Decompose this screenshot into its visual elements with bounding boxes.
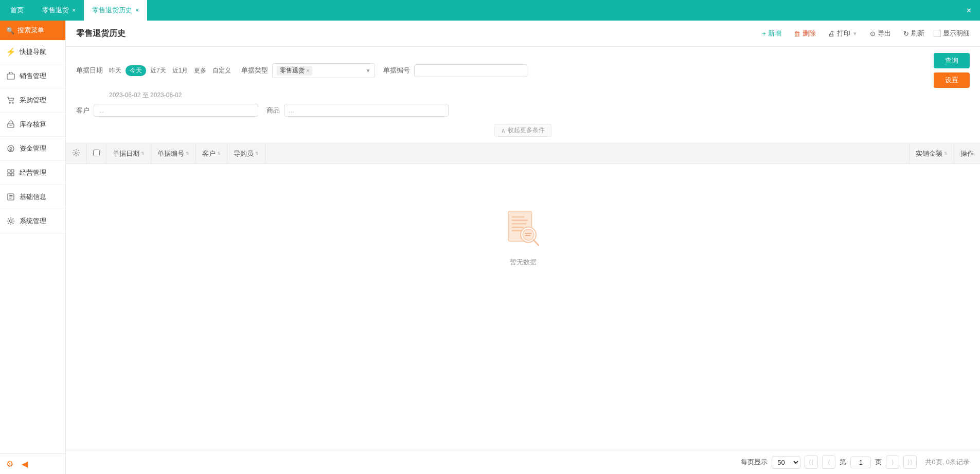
delete-label: 删除 — [803, 29, 816, 38]
collapse-label: 收起更多条件 — [508, 126, 545, 135]
show-detail-toggle[interactable]: 显示明细 — [934, 29, 970, 38]
date-opt-1month[interactable]: 近1月 — [170, 65, 190, 76]
date-opt-custom[interactable]: 自定义 — [210, 65, 233, 76]
operations-icon — [6, 168, 15, 177]
date-filter-group: 单据日期 昨天 今天 近7天 近1月 更多 自定义 — [76, 65, 233, 76]
show-detail-label: 显示明细 — [943, 29, 970, 38]
th-customer[interactable]: 客户 ⇅ — [196, 143, 227, 164]
empty-state: 暂无数据 — [66, 164, 980, 287]
collapse-icon: ∧ — [501, 127, 506, 134]
voucher-type-select[interactable]: 零售退货 × ▼ — [272, 63, 375, 78]
th-checkbox[interactable] — [87, 143, 106, 164]
print-icon: 🖨 — [828, 30, 835, 38]
refresh-button[interactable]: ↻ 刷新 — [900, 27, 928, 40]
sidebar-item-operations[interactable]: 经营管理 — [0, 161, 65, 185]
sidebar-item-quick-nav[interactable]: ⚡ 快捷导航 — [0, 40, 65, 64]
th-action: 操作 — [954, 143, 981, 164]
voucher-no-input[interactable] — [414, 64, 527, 77]
tab-retail-return-history[interactable]: 零售退货历史 × — [84, 0, 147, 21]
svg-rect-0 — [7, 74, 14, 79]
th-date[interactable]: 单据日期 ⇅ — [106, 143, 151, 164]
system-icon — [6, 216, 15, 226]
svg-rect-14 — [511, 220, 528, 221]
tab-home[interactable]: 首页 — [0, 0, 34, 21]
print-button[interactable]: 🖨 打印 ▼ — [825, 27, 861, 40]
sidebar-bottom: ⚙ ◀ — [0, 453, 65, 474]
voucher-type-tag: 零售退货 × — [277, 66, 312, 76]
table-head: 单据日期 ⇅ 单据编号 ⇅ — [66, 143, 980, 164]
date-opt-more[interactable]: 更多 — [192, 65, 208, 76]
th-amount[interactable]: 实销金额 ⇅ — [910, 143, 954, 164]
next-page-button[interactable]: ⟩ — [886, 455, 899, 469]
tab-retail-return-history-label: 零售退货历史 — [92, 6, 132, 15]
table-body: 暂无数据 — [66, 164, 980, 288]
top-bar-close[interactable]: ✕ — [966, 7, 980, 14]
add-button[interactable]: + 新增 — [759, 27, 785, 40]
goods-select[interactable]: ... — [284, 104, 449, 117]
th-no[interactable]: 单据编号 ⇅ — [151, 143, 196, 164]
th-no-sort-icon: ⇅ — [186, 151, 189, 156]
export-icon: ⊙ — [870, 30, 876, 38]
svg-line-20 — [533, 240, 539, 246]
date-options: 昨天 今天 近7天 近1月 更多 自定义 — [107, 65, 233, 76]
svg-point-10 — [10, 220, 12, 223]
sidebar-item-inventory[interactable]: 库存核算 — [0, 113, 65, 137]
sidebar-item-purchase[interactable]: 采购管理 — [0, 88, 65, 113]
collapse-sidebar-icon[interactable]: ◀ — [22, 459, 28, 469]
tab-retail-return-close[interactable]: × — [72, 7, 76, 14]
tab-retail-return[interactable]: 零售退货 × — [34, 0, 84, 21]
select-all-checkbox[interactable] — [93, 150, 100, 156]
show-detail-checkbox[interactable] — [934, 30, 941, 37]
voucher-type-dropdown-icon: ▼ — [365, 68, 370, 74]
th-customer-sort-icon: ⇅ — [217, 151, 221, 156]
tab-retail-return-history-close[interactable]: × — [135, 7, 139, 14]
sidebar-search-label: 搜索菜单 — [17, 26, 44, 35]
delete-button[interactable]: 🗑 删除 — [791, 27, 819, 40]
customer-label: 客户 — [76, 106, 90, 115]
sidebar-item-system[interactable]: 系统管理 — [0, 209, 65, 233]
header-actions: + 新增 🗑 删除 🖨 打印 ▼ ⊙ 导出 ↻ — [759, 27, 970, 40]
search-icon: 🔍 — [6, 27, 14, 34]
th-no-label: 单据编号 — [157, 149, 184, 158]
filter-area: 单据日期 昨天 今天 近7天 近1月 更多 自定义 单据类型 — [66, 47, 980, 143]
voucher-type-tag-remove[interactable]: × — [306, 68, 309, 74]
svg-rect-5 — [8, 170, 10, 172]
page-input[interactable] — [850, 457, 871, 468]
settings-filter-button[interactable]: 设置 — [934, 72, 970, 88]
main-layout: 🔍 搜索菜单 ⚡ 快捷导航 销售管理 采购管理 库存核算 — [0, 21, 980, 474]
sidebar-item-operations-label: 经营管理 — [20, 168, 46, 177]
settings-bottom-icon[interactable]: ⚙ — [6, 459, 13, 469]
sidebar-item-sales[interactable]: 销售管理 — [0, 64, 65, 88]
sidebar-item-finance[interactable]: 资金管理 — [0, 137, 65, 161]
svg-rect-16 — [511, 227, 523, 228]
date-opt-yesterday[interactable]: 昨天 — [107, 65, 123, 76]
date-opt-today[interactable]: 今天 — [126, 65, 146, 76]
page-total: 共0页, 0条记录 — [925, 458, 970, 467]
goods-filter-group: 商品 ... — [266, 104, 449, 117]
date-opt-7days[interactable]: 近7天 — [148, 65, 168, 76]
collapse-button[interactable]: ∧ 收起更多条件 — [494, 124, 551, 137]
customer-select[interactable]: ... — [94, 104, 258, 117]
query-button[interactable]: 查询 — [934, 53, 970, 68]
finance-icon — [6, 144, 15, 153]
goods-ellipsis: ... — [289, 106, 294, 114]
voucher-no-label: 单据编号 — [383, 66, 410, 75]
customer-ellipsis: ... — [98, 106, 104, 114]
table-header-row: 单据日期 ⇅ 单据编号 ⇅ — [66, 143, 980, 164]
prev-page-button[interactable]: ⟨ — [822, 455, 835, 469]
sidebar-item-purchase-label: 采购管理 — [20, 96, 46, 105]
filter-row-1: 单据日期 昨天 今天 近7天 近1月 更多 自定义 单据类型 — [76, 53, 970, 88]
page-title: 零售退货历史 — [76, 28, 126, 39]
date-filter-label: 单据日期 — [76, 66, 103, 75]
th-settings[interactable] — [66, 143, 87, 164]
th-guide[interactable]: 导购员 ⇅ — [227, 143, 265, 164]
basic-info-icon — [6, 192, 15, 202]
collapse-row: ∧ 收起更多条件 — [76, 122, 970, 139]
first-page-button[interactable]: ⟨⟨ — [805, 455, 818, 469]
top-tabs: 首页 零售退货 × 零售退货历史 × — [0, 0, 966, 21]
per-page-select[interactable]: 10 20 50 100 — [772, 456, 800, 469]
sidebar-search[interactable]: 🔍 搜索菜单 — [0, 21, 65, 40]
sidebar-item-basic-info[interactable]: 基础信息 — [0, 185, 65, 209]
export-button[interactable]: ⊙ 导出 — [867, 27, 894, 40]
last-page-button[interactable]: ⟩⟩ — [903, 455, 917, 469]
